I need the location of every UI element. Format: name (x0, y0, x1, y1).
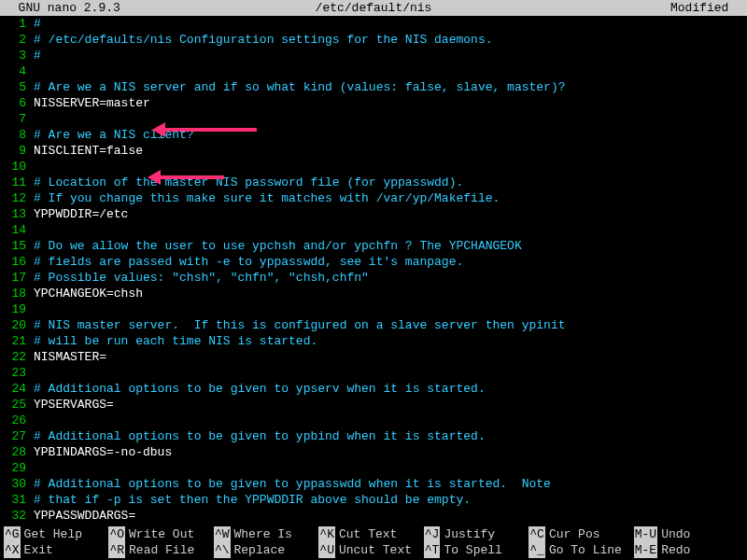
shortcut-key: ^\ (214, 542, 231, 558)
shortcut-item: ^RRead File (108, 542, 213, 558)
line-text: # Additional options to be given to ypbi… (34, 428, 486, 444)
line-number: 20 (4, 317, 26, 333)
editor-line[interactable]: 15# Do we allow the user to use ypchsh a… (4, 238, 743, 254)
shortcut-key: ^U (318, 542, 335, 558)
editor-line[interactable]: 12# If you change this make sure it matc… (4, 190, 743, 206)
line-text: # Possible values: "chsh", "chfn", "chsh… (34, 270, 369, 286)
shortcut-label: Where Is (234, 526, 292, 542)
line-number: 14 (4, 222, 26, 238)
editor-line[interactable]: 19 (4, 301, 743, 317)
editor-line[interactable]: 1# (4, 16, 743, 32)
line-number: 19 (4, 301, 26, 317)
line-text: # If you change this make sure it matche… (34, 190, 500, 206)
editor-line[interactable]: 9NISCLIENT=false (4, 143, 743, 159)
line-number: 8 (4, 127, 26, 143)
line-number: 23 (4, 365, 26, 381)
editor-line[interactable]: 32YPPASSWDDARGS= (4, 508, 743, 524)
line-number: 9 (4, 143, 26, 159)
line-text: YPPWDDIR=/etc (34, 206, 128, 222)
line-number: 11 (4, 175, 26, 190)
editor-line[interactable]: 5# Are we a NIS server and if so what ki… (4, 79, 743, 95)
editor-line[interactable]: 4 (4, 63, 743, 79)
line-number: 32 (4, 508, 26, 524)
shortcut-label: Cut Text (339, 526, 397, 542)
line-text: YPBINDARGS=-no-dbus (34, 444, 172, 460)
shortcut-key: ^O (108, 526, 125, 542)
editor-line[interactable]: 24# Additional options to be given to yp… (4, 381, 743, 397)
line-number: 25 (4, 397, 26, 413)
shortcut-label: Cur Pos (549, 526, 600, 542)
line-number: 24 (4, 381, 26, 397)
line-number: 6 (4, 95, 26, 111)
line-number: 5 (4, 79, 26, 95)
editor-area[interactable]: 1#2# /etc/defaults/nis Configuration set… (0, 16, 747, 524)
line-text: # Do we allow the user to use ypchsh and… (34, 238, 522, 254)
shortcut-item: ^XExit (4, 542, 108, 558)
shortcut-key: M-U (634, 526, 657, 542)
shortcut-key: ^_ (529, 542, 545, 558)
editor-line[interactable]: 29 (4, 460, 743, 476)
line-number: 13 (4, 206, 26, 222)
shortcut-item: M-ERedo (634, 542, 739, 558)
annotation-arrow (159, 175, 224, 179)
editor-line[interactable]: 3# (4, 48, 743, 63)
shortcut-label: Replace (234, 542, 286, 558)
line-number: 31 (4, 492, 26, 508)
editor-line[interactable]: 6NISSERVER=master (4, 95, 743, 111)
shortcut-item: ^JJustify (424, 526, 529, 542)
editor-line[interactable]: 25YPSERVARGS= (4, 397, 743, 413)
line-text: YPSERVARGS= (34, 397, 114, 413)
line-text: YPCHANGEOK=chsh (34, 286, 143, 301)
line-text: NISCLIENT=false (34, 143, 143, 159)
line-number: 15 (4, 238, 26, 254)
shortcut-key: ^C (529, 526, 545, 542)
line-text: # NIS master server. If this is configur… (34, 317, 566, 333)
editor-line[interactable]: 28YPBINDARGS=-no-dbus (4, 444, 743, 460)
shortcut-key: ^T (424, 542, 441, 558)
shortcut-key: ^K (318, 526, 335, 542)
shortcut-item: ^CCur Pos (529, 526, 633, 542)
line-text: # /etc/defaults/nis Configuration settin… (34, 32, 492, 48)
editor-line[interactable]: 18YPCHANGEOK=chsh (4, 286, 743, 301)
line-number: 2 (4, 32, 26, 48)
editor-line[interactable]: 23 (4, 365, 743, 381)
shortcut-key: ^R (108, 542, 125, 558)
line-number: 28 (4, 444, 26, 460)
line-text: # Are we a NIS server and if so what kin… (34, 79, 566, 95)
line-text: # Additional options to be given to yppa… (34, 476, 551, 492)
line-text: NISSERVER=master (34, 95, 150, 111)
editor-line[interactable]: 26 (4, 413, 743, 428)
editor-line[interactable]: 21# will be run each time NIS is started… (4, 333, 743, 349)
editor-line[interactable]: 31# that if -p is set then the YPPWDDIR … (4, 492, 743, 508)
editor-line[interactable]: 11# Location of the master NIS password … (4, 175, 743, 190)
editor-line[interactable]: 2# /etc/defaults/nis Configuration setti… (4, 32, 743, 48)
shortcut-key: ^G (4, 526, 21, 542)
shortcut-key: ^W (214, 526, 231, 542)
title-bar: GNU nano 2.9.3 /etc/default/nis Modified (0, 0, 747, 16)
line-text: # that if -p is set then the YPPWDDIR ab… (34, 492, 471, 508)
shortcut-label: Redo (661, 542, 690, 558)
shortcut-item: ^OWrite Out (108, 526, 213, 542)
editor-line[interactable]: 7 (4, 111, 743, 127)
editor-line[interactable]: 13YPPWDDIR=/etc (4, 206, 743, 222)
modified-status: Modified (670, 0, 743, 16)
line-text: # Location of the master NIS password fi… (34, 175, 463, 190)
editor-line[interactable]: 8# Are we a NIS client? (4, 127, 743, 143)
editor-line[interactable]: 17# Possible values: "chsh", "chfn", "ch… (4, 270, 743, 286)
editor-line[interactable]: 22NISMASTER= (4, 349, 743, 365)
line-number: 30 (4, 476, 26, 492)
line-number: 26 (4, 413, 26, 428)
shortcut-item: M-UUndo (634, 526, 739, 542)
editor-line[interactable]: 10 (4, 159, 743, 175)
shortcut-item: ^WWhere Is (214, 526, 318, 542)
editor-line[interactable]: 16# fields are passed with -e to yppassw… (4, 254, 743, 270)
line-text: # Additional options to be given to ypse… (34, 381, 486, 397)
line-text: NISMASTER= (34, 349, 106, 365)
editor-line[interactable]: 20# NIS master server. If this is config… (4, 317, 743, 333)
editor-line[interactable]: 30# Additional options to be given to yp… (4, 476, 743, 492)
shortcut-label: To Spell (444, 542, 501, 558)
editor-line[interactable]: 27# Additional options to be given to yp… (4, 428, 743, 444)
editor-line[interactable]: 14 (4, 222, 743, 238)
shortcut-key: ^X (4, 542, 21, 558)
line-number: 7 (4, 111, 26, 127)
